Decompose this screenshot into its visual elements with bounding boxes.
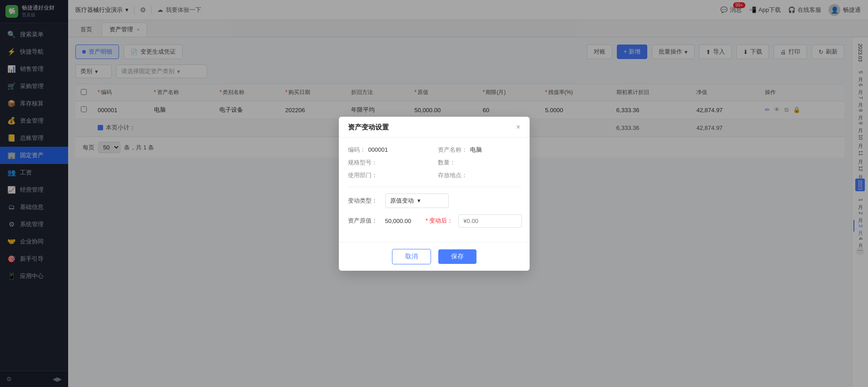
- modal-asset-name-value: 电脑: [470, 146, 482, 154]
- modal-asset-name-label: 资产名称：: [438, 146, 467, 154]
- modal-code-item: 编码： 000001: [348, 146, 431, 154]
- modal-body: 编码： 000001 资产名称： 电脑 规格型号： 数量： 使用部门：: [339, 138, 530, 242]
- modal-location-label: 存放地点：: [438, 171, 467, 179]
- modal-after-change-label: * 变动后：: [417, 217, 453, 225]
- modal-cancel-btn[interactable]: 取消: [392, 249, 431, 264]
- modal-change-type-row: 变动类型： 原值变动 ▾: [348, 194, 521, 208]
- modal-header: 资产变动设置 ×: [339, 117, 530, 138]
- change-type-dropdown-icon: ▾: [417, 197, 421, 204]
- modal-location-item: 存放地点：: [438, 171, 521, 179]
- modal-original-value: 50,000.00: [385, 218, 412, 224]
- asset-change-modal: 资产变动设置 × 编码： 000001 资产名称： 电脑 规格型号： 数量：: [339, 117, 530, 271]
- modal-value-row: 资产原值： 50,000.00 * 变动后：: [348, 214, 521, 228]
- modal-change-type-select[interactable]: 原值变动 ▾: [385, 194, 449, 208]
- modal-info-grid: 编码： 000001 资产名称： 电脑 规格型号： 数量： 使用部门：: [348, 146, 521, 179]
- modal-code-label: 编码：: [348, 146, 366, 154]
- modal-close-btn[interactable]: ×: [516, 123, 520, 131]
- modal-quantity-item: 数量：: [438, 159, 521, 167]
- modal-after-change-input[interactable]: [458, 214, 522, 228]
- modal-change-type-value: 原值变动: [390, 197, 414, 205]
- modal-divider: [348, 187, 521, 187]
- modal-dept-item: 使用部门：: [348, 171, 431, 179]
- modal-model-label: 规格型号：: [348, 159, 377, 167]
- modal-quantity-label: 数量：: [438, 159, 456, 167]
- modal-dept-label: 使用部门：: [348, 171, 377, 179]
- modal-title: 资产变动设置: [348, 123, 389, 132]
- modal-asset-name-item: 资产名称： 电脑: [438, 146, 521, 154]
- modal-original-value-label: 资产原值：: [348, 217, 380, 225]
- modal-save-btn[interactable]: 保存: [438, 249, 476, 264]
- modal-code-value: 000001: [368, 146, 388, 153]
- modal-footer: 取消 保存: [339, 242, 530, 271]
- modal-model-item: 规格型号：: [348, 159, 431, 167]
- modal-overlay: 资产变动设置 × 编码： 000001 资产名称： 电脑 规格型号： 数量：: [0, 0, 868, 387]
- modal-change-type-label: 变动类型：: [348, 197, 380, 205]
